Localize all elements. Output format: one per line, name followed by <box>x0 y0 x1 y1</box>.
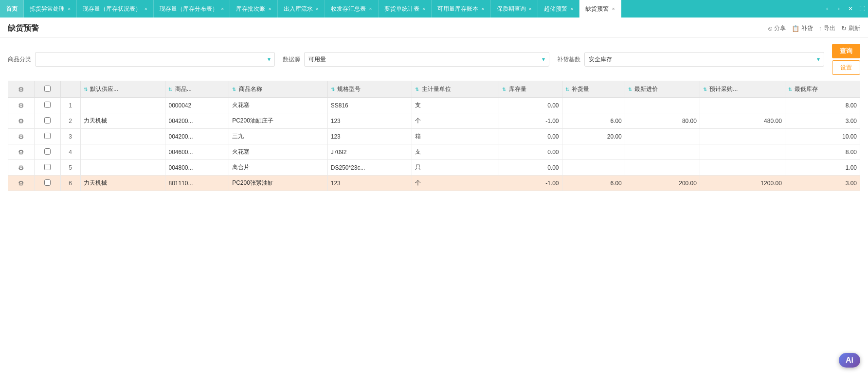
row-checkbox[interactable] <box>44 148 51 155</box>
row-number: 3 <box>60 129 80 144</box>
tab-order-stats-close[interactable]: × <box>422 6 425 12</box>
setting-button[interactable]: 设置 <box>832 60 860 75</box>
replenish-label: 补货 <box>801 24 813 33</box>
sort-icon-min: ⇅ <box>788 87 792 92</box>
cell-unit: 支 <box>412 98 499 113</box>
tab-batch-account-close[interactable]: × <box>268 6 271 12</box>
cell-spec-model: J7092 <box>327 144 412 160</box>
row-checkbox[interactable] <box>44 133 51 139</box>
sort-icon-supplier: ⇅ <box>84 87 88 92</box>
col-replenish-qty[interactable]: ⇅ 补货量 <box>562 81 625 98</box>
tab-shortage-label: 缺货预警 <box>585 5 609 13</box>
col-min-stock[interactable]: ⇅ 最低库存 <box>785 81 860 98</box>
col-spec-label: 规格型号 <box>337 86 361 92</box>
refresh-button[interactable]: ↻ 刷新 <box>841 24 860 33</box>
col-default-supplier[interactable]: ⇅ 默认供应... <box>80 81 165 98</box>
cell-unit: 只 <box>412 160 499 176</box>
ai-badge[interactable]: Ai <box>839 353 860 368</box>
col-price-label: 最新进价 <box>634 86 658 92</box>
col-est-label: 预计采购... <box>709 86 738 92</box>
cell-estimated-purchase: 480.00 <box>700 113 785 129</box>
col-product-code[interactable]: ⇅ 商品... <box>165 81 229 98</box>
tab-recv-summary[interactable]: 收发存汇总表 × <box>325 0 378 18</box>
datasource-select[interactable]: 可用量 ▾ <box>304 52 550 67</box>
tab-expiry-query[interactable]: 保质期查询 × <box>491 0 538 18</box>
row-checkbox[interactable] <box>44 164 51 170</box>
select-all-checkbox[interactable] <box>44 86 51 92</box>
tab-shortage-close[interactable]: × <box>612 6 615 12</box>
row-checkbox-cell <box>34 98 60 113</box>
datasource-dropdown-icon: ▾ <box>542 56 545 63</box>
tab-prev-btn[interactable]: ‹ <box>821 0 833 18</box>
cell-spec-model: DS250*23c... <box>327 160 412 176</box>
tab-next-btn[interactable]: › <box>833 0 845 18</box>
tab-expiry-query-close[interactable]: × <box>529 6 532 12</box>
tab-abnormal-close[interactable]: × <box>68 6 71 12</box>
tab-close-btn[interactable]: ✕ <box>845 0 856 18</box>
tab-inout-flow-close[interactable]: × <box>316 6 319 12</box>
col-rownum <box>60 81 80 98</box>
share-button[interactable]: ⎋ 分享 <box>768 24 786 33</box>
row-gear[interactable]: ⚙ <box>8 98 35 113</box>
tab-inout-flow[interactable]: 出入库流水 × <box>278 0 325 18</box>
col-gear[interactable]: ⚙ <box>8 81 35 98</box>
col-latest-price[interactable]: ⇅ 最新进价 <box>625 81 700 98</box>
tab-order-stats[interactable]: 要货单统计表 × <box>379 0 432 18</box>
cell-supplier <box>80 129 165 144</box>
row-number: 4 <box>60 144 80 160</box>
tab-stock-status[interactable]: 现存量（库存状况表） × <box>77 0 153 18</box>
action-buttons: 查询 设置 <box>832 44 860 75</box>
table-row: ⚙ 4 004600... 火花塞 J7092 支 0.00 8.00 <box>8 144 860 160</box>
col-estimated-purchase[interactable]: ⇅ 预计采购... <box>700 81 785 98</box>
cell-latest-price: 80.00 <box>625 113 700 129</box>
col-unit[interactable]: ⇅ 主计量单位 <box>412 81 499 98</box>
cell-estimated-purchase <box>700 144 785 160</box>
col-spec-model[interactable]: ⇅ 规格型号 <box>327 81 412 98</box>
row-checkbox[interactable] <box>44 179 51 186</box>
table-container: ⚙ ⇅ 默认供应... ⇅ 商品... ⇅ 商品名称 <box>0 81 868 191</box>
col-unit-label: 主计量单位 <box>422 86 451 92</box>
col-product-name[interactable]: ⇅ 商品名称 <box>229 81 328 98</box>
tab-abnormal[interactable]: 拣货异常处理 × <box>24 0 77 18</box>
cell-supplier <box>80 98 165 113</box>
row-checkbox[interactable] <box>44 117 51 123</box>
tab-overstock[interactable]: 超储预警 × <box>538 0 579 18</box>
export-button[interactable]: ↑ 导出 <box>819 24 836 33</box>
cell-product-name: 三九 <box>229 129 328 144</box>
col-stock-qty[interactable]: ⇅ 库存量 <box>499 81 562 98</box>
tab-expand-btn[interactable]: ⛶ <box>856 0 868 18</box>
tab-available-ledger-close[interactable]: × <box>481 6 484 12</box>
sort-icon-unit: ⇅ <box>415 87 419 92</box>
tab-home[interactable]: 首页 <box>0 0 24 18</box>
cell-min-stock: 3.00 <box>785 176 860 191</box>
tab-overstock-close[interactable]: × <box>570 6 573 12</box>
tab-available-ledger[interactable]: 可用量库存账本 × <box>432 0 490 18</box>
row-number: 2 <box>60 113 80 129</box>
table-row: ⚙ 1 0000042 火花塞 SS816 支 0.00 8.00 <box>8 98 860 113</box>
category-select[interactable]: ▾ <box>35 52 275 67</box>
row-gear[interactable]: ⚙ <box>8 176 35 191</box>
cell-product-name: PC200油缸庄子 <box>229 113 328 129</box>
tab-stock-status-close[interactable]: × <box>144 6 147 12</box>
replenish-button[interactable]: 📋 补货 <box>792 24 813 33</box>
tab-recv-summary-close[interactable]: × <box>369 6 372 12</box>
tab-shortage[interactable]: 缺货预警 × <box>579 0 621 18</box>
tab-stock-dist[interactable]: 现存量（库存分布表） × <box>154 0 230 18</box>
export-label: 导出 <box>824 24 835 33</box>
query-button[interactable]: 查询 <box>832 44 860 58</box>
row-checkbox-cell <box>34 113 60 129</box>
row-checkbox[interactable] <box>44 102 51 108</box>
cell-replenish-qty: 20.00 <box>562 129 625 144</box>
row-gear[interactable]: ⚙ <box>8 160 35 176</box>
tab-batch-account[interactable]: 库存批次账 × <box>230 0 277 18</box>
page-container: 缺货预警 ⎋ 分享 📋 补货 ↑ 导出 ↻ 刷新 商品分类 <box>0 18 868 387</box>
cell-min-stock: 8.00 <box>785 144 860 160</box>
replenish-base-select[interactable]: 安全库存 ▾ <box>584 52 824 67</box>
row-gear[interactable]: ⚙ <box>8 144 35 160</box>
cell-estimated-purchase <box>700 98 785 113</box>
row-gear[interactable]: ⚙ <box>8 129 35 144</box>
row-gear[interactable]: ⚙ <box>8 113 35 129</box>
tab-stock-dist-close[interactable]: × <box>221 6 224 12</box>
cell-unit: 箱 <box>412 129 499 144</box>
tab-available-ledger-label: 可用量库存账本 <box>437 5 478 13</box>
